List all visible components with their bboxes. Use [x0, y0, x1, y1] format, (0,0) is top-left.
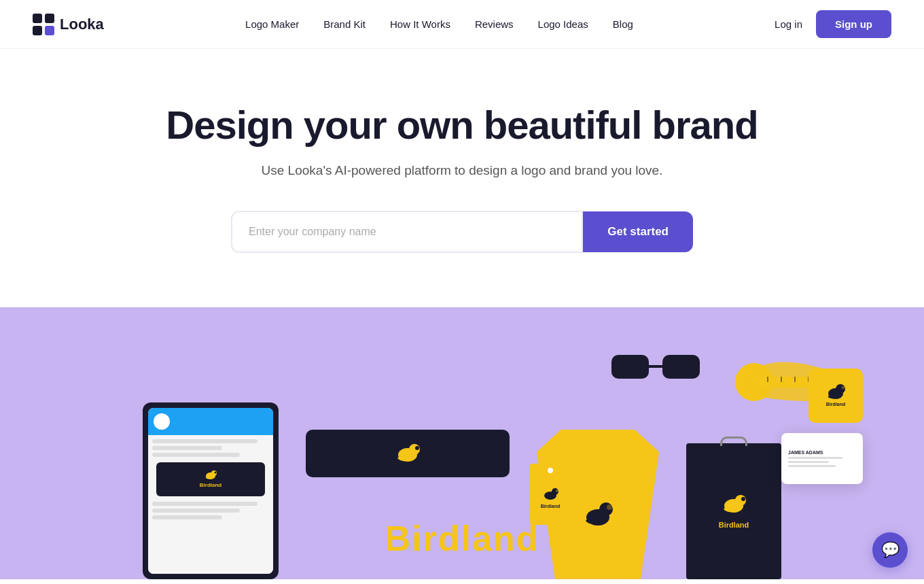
svg-point-28 [741, 497, 745, 501]
tablet-line [152, 446, 222, 450]
yellow-card-birdland-label: Birdland [826, 402, 845, 407]
nav-link-logo-ideas[interactable]: Logo Ideas [538, 18, 588, 30]
logo-icon [33, 14, 54, 35]
tablet-header [148, 408, 273, 435]
company-name-input[interactable] [231, 211, 583, 253]
chat-icon: 💬 [881, 541, 900, 559]
svg-rect-3 [45, 26, 54, 35]
brand-section: Birdland [0, 307, 924, 579]
card-line [788, 461, 829, 463]
chat-bubble-button[interactable]: 💬 [872, 532, 908, 568]
tablet-bird-icon [204, 470, 217, 481]
tablet-avatar [154, 413, 170, 430]
tablet-line [152, 439, 257, 443]
logo-text: Looka [60, 16, 104, 33]
hero-subtitle: Use Looka's AI-powered platform to desig… [14, 163, 910, 178]
hero-title: Design your own beautiful brand [14, 103, 910, 147]
tablet-line [152, 453, 240, 457]
sunglasses-icon [611, 348, 700, 382]
get-started-button[interactable]: Get started [583, 211, 693, 252]
tablet-brand-logo: Birdland [156, 462, 265, 496]
yellow-card-bird-icon [825, 384, 846, 400]
nav-links: Logo Maker Brand Kit How It Works Review… [245, 18, 633, 31]
tag-bird-icon [542, 487, 559, 501]
birdland-large-text: Birdland [385, 518, 539, 559]
card-name: JAMES ADAMS [788, 450, 823, 455]
svg-rect-5 [662, 355, 700, 379]
tag-birdland-label: Birdland [541, 504, 560, 509]
tube-mockup [306, 430, 510, 477]
svg-rect-2 [33, 26, 42, 35]
login-button[interactable]: Log in [775, 18, 802, 30]
bag-mockup: Birdland [686, 443, 781, 579]
svg-point-22 [415, 446, 419, 450]
tablet-content: Birdland [148, 435, 273, 574]
card-line [788, 465, 836, 467]
nav-link-blog[interactable]: Blog [613, 18, 633, 30]
hero-form: Get started [231, 211, 693, 253]
tablet-mockup: Birdland [143, 402, 279, 579]
bag-birdland-label: Birdland [719, 521, 749, 529]
nav-auth: Log in Sign up [775, 10, 891, 38]
tablet-line [152, 502, 257, 506]
nav-link-how-it-works[interactable]: How It Works [390, 18, 450, 30]
svg-point-19 [215, 472, 217, 474]
sunglasses-mockup [611, 348, 700, 382]
bag-handle [720, 436, 747, 446]
bag-bird-icon [720, 494, 747, 515]
nav-link-brand-kit[interactable]: Brand Kit [323, 18, 366, 30]
yellow-card-mockup: Birdland [808, 368, 863, 423]
tube-bird-icon [394, 443, 421, 464]
shirt-bird-icon [581, 501, 615, 528]
tag-hole [548, 468, 553, 473]
signup-button[interactable]: Sign up [816, 10, 891, 38]
svg-point-25 [607, 504, 612, 510]
nav-link-logo-maker[interactable]: Logo Maker [245, 18, 299, 30]
svg-point-34 [842, 386, 845, 390]
tablet-screen: Birdland [148, 408, 273, 574]
tablet-line [152, 509, 240, 513]
card-line [788, 457, 842, 459]
tablet-birdland-label: Birdland [200, 482, 221, 488]
tag-mockup: Birdland [530, 464, 571, 525]
hero-section: Design your own beautiful brand Use Look… [0, 49, 924, 307]
svg-rect-4 [611, 355, 649, 379]
svg-point-31 [556, 489, 558, 492]
tablet-line [152, 515, 222, 519]
business-card-mockup: JAMES ADAMS [781, 433, 863, 484]
svg-rect-1 [45, 14, 54, 23]
svg-rect-0 [33, 14, 42, 23]
navbar: Looka Logo Maker Brand Kit How It Works … [0, 0, 924, 49]
logo-link[interactable]: Looka [33, 14, 104, 35]
nav-link-reviews[interactable]: Reviews [475, 18, 514, 30]
